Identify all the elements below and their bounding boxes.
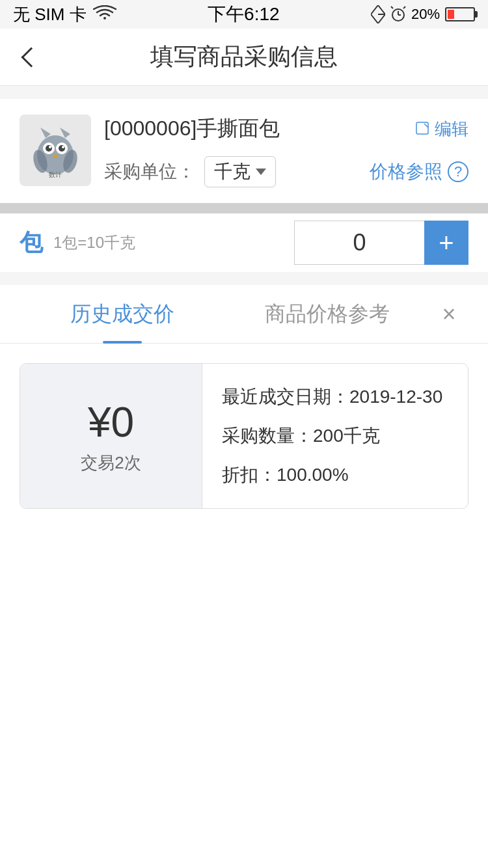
price-card-right: 最近成交日期：2019-12-30 采购数量：200千克 折扣：100.00% <box>202 364 468 508</box>
back-button[interactable] <box>0 29 52 86</box>
question-icon: ? <box>448 161 468 182</box>
unit-label: 采购单位： <box>104 161 195 182</box>
price-date-value: 2019-12-30 <box>349 387 442 407</box>
tabs-header: 历史成交价 商品价格参考 × <box>0 285 488 344</box>
quantity-input-group: + <box>294 221 468 265</box>
quantity-label: 包 1包=10千克 <box>20 227 135 259</box>
price-amount: ¥0 <box>88 398 134 446</box>
quantity-plus-button[interactable]: + <box>424 221 468 265</box>
carrier-text: 无 SIM 卡 <box>13 3 87 26</box>
close-icon: × <box>442 301 455 328</box>
tab-product-price-ref[interactable]: 商品价格参考 <box>224 285 429 344</box>
svg-line-21 <box>424 124 428 128</box>
price-quantity-value: 200千克 <box>313 426 380 446</box>
svg-marker-8 <box>40 128 51 138</box>
price-card-container: ¥0 交易2次 最近成交日期：2019-12-30 采购数量：200千克 折扣：… <box>0 344 488 528</box>
section-divider <box>0 203 488 213</box>
tabs-close-button[interactable]: × <box>429 295 468 334</box>
quantity-conversion: 1包=10千克 <box>53 232 135 253</box>
wifi-icon <box>93 5 116 23</box>
price-card-left: ¥0 交易2次 <box>20 364 202 508</box>
svg-line-6 <box>403 7 405 8</box>
quantity-unit: 包 <box>20 227 43 259</box>
svg-marker-9 <box>60 128 70 138</box>
unit-label-group: 采购单位： 千克 <box>104 156 276 187</box>
dropdown-arrow-icon <box>256 169 266 175</box>
svg-rect-20 <box>416 122 428 134</box>
price-date-row: 最近成交日期：2019-12-30 <box>222 383 448 411</box>
edit-label: 编辑 <box>435 118 468 141</box>
price-date-label: 最近成交日期： <box>222 387 349 407</box>
product-info: [0000006]手撕面包 编辑 采购单位： 千克 价格参照 ? <box>104 115 468 187</box>
product-name: [0000006]手撕面包 <box>104 115 280 143</box>
product-name-row: [0000006]手撕面包 编辑 <box>104 115 468 143</box>
svg-point-14 <box>49 146 51 148</box>
tab-history-price-label: 历史成交价 <box>70 300 174 329</box>
battery-icon <box>445 7 475 21</box>
svg-point-15 <box>62 146 64 148</box>
unit-select[interactable]: 千克 <box>204 156 276 187</box>
status-right: 20% <box>371 5 475 23</box>
tab-history-price[interactable]: 历史成交价 <box>20 285 224 344</box>
product-logo: 数计 <box>26 121 85 180</box>
quantity-input[interactable] <box>294 221 424 265</box>
edit-icon <box>415 121 431 137</box>
price-discount-value: 100.00% <box>277 465 349 485</box>
svg-point-13 <box>59 145 65 152</box>
page-title: 填写商品采购信息 <box>52 41 436 73</box>
price-quantity-label: 采购数量： <box>222 426 313 446</box>
status-time: 下午6:12 <box>208 2 280 27</box>
quantity-row: 包 1包=10千克 + <box>0 213 488 272</box>
unit-value: 千克 <box>214 159 251 184</box>
product-image: 数计 <box>20 115 91 186</box>
status-bar: 无 SIM 卡 下午6:12 20% <box>0 0 488 29</box>
product-card: 数计 [0000006]手撕面包 编辑 采购单位： 千克 价 <box>0 99 488 203</box>
tab-product-price-ref-label: 商品价格参考 <box>265 300 390 329</box>
price-discount-label: 折扣： <box>222 465 277 485</box>
battery-percent: 20% <box>411 6 440 23</box>
price-ref-label: 价格参照 <box>370 159 442 184</box>
back-arrow-icon <box>21 47 41 67</box>
main-content-area <box>0 528 488 868</box>
location-icon <box>371 5 385 23</box>
alarm-icon <box>390 6 406 23</box>
svg-text:数计: 数计 <box>49 171 62 178</box>
unit-row: 采购单位： 千克 价格参照 ? <box>104 156 468 187</box>
edit-button[interactable]: 编辑 <box>415 118 468 141</box>
status-left: 无 SIM 卡 <box>13 3 116 26</box>
svg-point-12 <box>46 145 52 152</box>
price-ref-button[interactable]: 价格参照 ? <box>370 159 468 184</box>
price-quantity-row: 采购数量：200千克 <box>222 422 448 450</box>
header: 填写商品采购信息 <box>0 29 488 86</box>
svg-line-5 <box>391 7 393 8</box>
price-discount-row: 折扣：100.00% <box>222 461 448 489</box>
price-transactions: 交易2次 <box>81 452 141 474</box>
price-card: ¥0 交易2次 最近成交日期：2019-12-30 采购数量：200千克 折扣：… <box>20 363 468 509</box>
tabs-section: 历史成交价 商品价格参考 × ¥0 交易2次 最近成交日期：2019-12-30… <box>0 285 488 868</box>
